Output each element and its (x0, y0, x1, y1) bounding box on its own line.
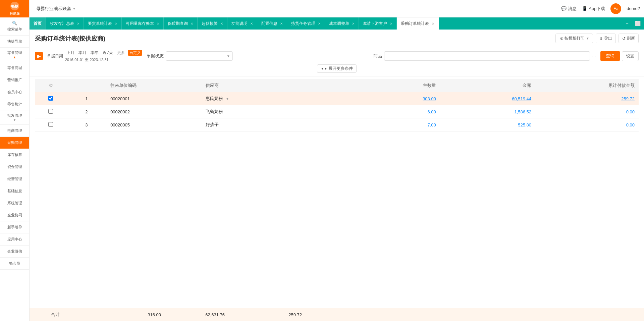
top-bar: 母婴行业演示账套 ▼ 💬 消息 📱 App下载 Ea demo2 (30, 0, 644, 17)
col-header-supplier[interactable]: 供应商 (202, 79, 361, 92)
sidebar-item-wholesale-mgmt[interactable]: 批发管理 ▼ (0, 110, 29, 125)
filter-goods-more-icon[interactable]: ··· (592, 53, 596, 59)
sidebar-item-ecommerce-mgmt[interactable]: 电商管理 (0, 125, 29, 137)
tab-overstock-warning-close-icon[interactable]: ✕ (220, 22, 223, 25)
cell-supplier[interactable]: 惠氏奶粉 ▼ (202, 92, 361, 105)
tab-receive-summary-label: 收发存汇总表 (50, 21, 74, 26)
tab-warranty-query[interactable]: 保质期查询 ✕ (164, 17, 198, 30)
btn-settings[interactable]: 设置 (622, 51, 639, 61)
tab-receive-summary-close-icon[interactable]: ✕ (77, 22, 79, 25)
filter-goods-input[interactable] (384, 51, 590, 61)
sidebar-item-retail-mgmt[interactable]: 零售管理 ▲ (0, 48, 29, 62)
tab-function-desc[interactable]: 功能说明 ✕ (227, 17, 257, 30)
cell-paid[interactable]: 259.72 (535, 92, 639, 105)
filter-toggle-btn[interactable]: ▶ (35, 52, 43, 60)
date-shortcut-last-month[interactable]: 上月 (65, 50, 76, 56)
app-download-action[interactable]: 📱 App下载 (582, 6, 605, 12)
date-shortcut-this-year[interactable]: 本年 (89, 50, 100, 56)
col-header-code[interactable]: 往来单位编码 (106, 79, 202, 92)
sidebar-item-enterprise-collab[interactable]: 企业协同 (0, 209, 29, 221)
row-checkbox-1[interactable] (48, 109, 53, 114)
tab-cost-adjust[interactable]: 成本调整单 ✕ (325, 17, 359, 30)
sidebar-item-new-guide[interactable]: 新手引导 (0, 221, 29, 233)
tab-available-stock-close-icon[interactable]: ✕ (157, 22, 159, 25)
tab-available-stock[interactable]: 可用量库存账本 ✕ (122, 17, 164, 30)
sidebar-item-system-mgmt[interactable]: 系统管理 (0, 197, 29, 209)
sidebar-item-retail-shop[interactable]: 零售商城 (0, 62, 29, 74)
workspace-selector[interactable]: 母婴行业演示账套 ▼ (34, 4, 78, 13)
app-logo-text: 标题版 (10, 11, 20, 16)
col-header-qty[interactable]: 主数量 (361, 79, 440, 92)
tab-pick-task-mgmt[interactable]: 拣货任务管理 ✕ (287, 17, 325, 30)
sidebar-item-retail-stats[interactable]: 零售统计 (0, 98, 29, 110)
settings-gear-icon[interactable]: ⚙ (49, 83, 53, 88)
cell-qty[interactable]: 7.00 (361, 118, 440, 131)
cell-qty[interactable]: 303.00 (361, 92, 440, 105)
sidebar-item-purchase-mgmt[interactable]: 采购管理 (0, 137, 29, 149)
tab-goods-stats-label: 要货单统计表 (88, 21, 112, 26)
table-row[interactable]: 3 00020005 好孩子 7.00 525.80 0.00 (35, 118, 639, 131)
cell-amount[interactable]: 60,519.44 (440, 92, 535, 105)
tab-config-info[interactable]: 配置信息 ✕ (257, 17, 287, 30)
tab-home[interactable]: 首页 (30, 17, 46, 30)
cell-qty[interactable]: 6.00 (361, 105, 440, 118)
sidebar-item-purchase-mgmt-label: 采购管理 (7, 140, 22, 145)
filter-status-select[interactable] (166, 51, 233, 61)
tab-purchase-order-stats-close-icon[interactable]: ✕ (432, 22, 434, 25)
tab-warranty-query-close-icon[interactable]: ✕ (191, 22, 193, 25)
sidebar-item-marketing[interactable]: 营销推广 (0, 74, 29, 86)
tab-invite-downstream[interactable]: 邀请下游客户 ✕ (359, 17, 397, 30)
cell-code: 00020001 (106, 92, 202, 105)
tab-receive-summary[interactable]: 收发存汇总表 ✕ (46, 17, 84, 30)
cell-amount[interactable]: 1,586.52 (440, 105, 535, 118)
tab-cost-adjust-close-icon[interactable]: ✕ (352, 22, 355, 25)
sidebar-item-finance-mgmt[interactable]: 资金管理 (0, 161, 29, 173)
cell-amount[interactable]: 525.80 (440, 118, 535, 131)
messages-action[interactable]: 💬 消息 (561, 6, 577, 12)
sidebar-item-quick-nav[interactable]: 快捷导航 (0, 36, 29, 48)
sidebar-item-enterprise-wechat[interactable]: 企业微信 (0, 246, 29, 258)
row-checkbox-0[interactable] (48, 96, 53, 101)
btn-export[interactable]: ⬇ 导出 (596, 34, 616, 43)
tab-purchase-order-stats[interactable]: 采购订单统计表 ✕ (397, 17, 439, 30)
cell-paid[interactable]: 0.00 (535, 118, 639, 131)
tab-invite-downstream-close-icon[interactable]: ✕ (390, 22, 392, 25)
sidebar-item-inventory-check[interactable]: 库存核算 (0, 149, 29, 161)
tab-function-desc-close-icon[interactable]: ✕ (250, 22, 253, 25)
sidebar-item-ops-mgmt[interactable]: 经营管理 (0, 173, 29, 185)
date-shortcut-last-7-days[interactable]: 近7天 (101, 50, 114, 56)
tab-goods-stats[interactable]: 要货单统计表 ✕ (84, 17, 122, 30)
btn-expand-more[interactable]: ▼▼ 展开更多条件 (317, 64, 357, 73)
sidebar-item-search[interactable]: 🔍 搜索菜单 (0, 17, 29, 36)
table-row[interactable]: 1 00020001 惠氏奶粉 ▼ 303.00 60,519.44 259.7… (35, 92, 639, 105)
filter-status-select-wrapper: ▼ (166, 51, 233, 61)
tab-overstock-warning[interactable]: 超储预警 ✕ (198, 17, 227, 30)
nav-tabs-minimize-icon[interactable]: － (623, 20, 632, 27)
cell-supplier[interactable]: 飞鹤奶粉 (202, 105, 361, 118)
date-shortcut-this-month[interactable]: 本月 (77, 50, 88, 56)
cell-supplier[interactable]: 好孩子 (202, 118, 361, 131)
sidebar-item-member[interactable]: 畅会员 (0, 258, 29, 270)
sidebar-item-app-center[interactable]: 应用中心 (0, 233, 29, 246)
sidebar-item-member-center[interactable]: 会员中心 (0, 86, 29, 98)
cell-paid[interactable]: 0.00 (535, 105, 639, 118)
page-header-actions: 🖨 按模板打印 ▼ ⬇ 导出 ↺ 刷新 (555, 34, 639, 43)
col-header-paid[interactable]: 累计付款金额 (535, 79, 639, 92)
row-checkbox-2[interactable] (48, 122, 53, 127)
col-header-amount[interactable]: 金额 (440, 79, 535, 92)
date-custom-tag[interactable]: 自定义 (128, 50, 142, 56)
date-shortcut-more[interactable]: 更多 (116, 50, 126, 56)
nav-tabs-maximize-icon[interactable]: ⬜ (633, 20, 643, 27)
tab-pick-task-mgmt-label: 拣货任务管理 (291, 21, 315, 26)
user-initial: Ea (613, 6, 619, 11)
btn-refresh[interactable]: ↺ 刷新 (619, 34, 639, 43)
tab-goods-stats-close-icon[interactable]: ✕ (115, 22, 117, 25)
tab-pick-task-mgmt-close-icon[interactable]: ✕ (318, 22, 321, 25)
btn-query[interactable]: 查询 (600, 51, 620, 61)
user-avatar[interactable]: Ea (610, 3, 621, 14)
tab-config-info-close-icon[interactable]: ✕ (280, 22, 283, 25)
sidebar-item-basic-info[interactable]: 基础信息 (0, 185, 29, 197)
app-logo[interactable]: 畅捷 标题版 (0, 0, 29, 17)
table-row[interactable]: 2 00020002 飞鹤奶粉 6.00 1,586.52 0.00 (35, 105, 639, 118)
btn-template-print[interactable]: 🖨 按模板打印 ▼ (555, 34, 593, 43)
